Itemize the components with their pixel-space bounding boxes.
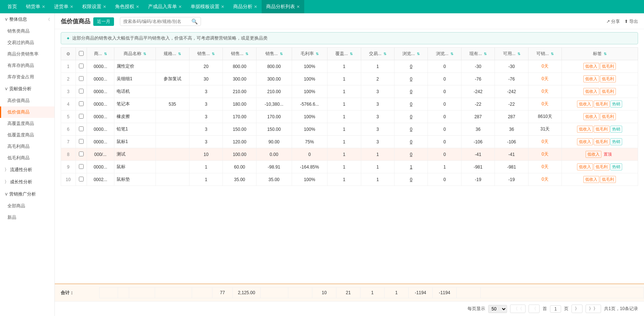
next-page-button[interactable]: 〉 [571, 305, 583, 313]
sidebar-item-low-coverage[interactable]: 低覆盖度商品 [0, 129, 54, 141]
select-all-checkbox[interactable] [79, 51, 84, 56]
sidebar-item-stock-products[interactable]: 有库存的商品 [0, 60, 54, 71]
col-sale-price[interactable]: 销售... ⇅ [223, 48, 256, 60]
sidebar-section-overall[interactable]: ∨ 整体信息 《 [0, 13, 54, 26]
table-container[interactable]: ⚙ 商... ⇅ 商品名称 ⇅ 规格... ⇅ 销售... ⇅ 销售... ⇅ … [55, 47, 644, 283]
sidebar-section-marketing[interactable]: ∨ 营销推广分析 [0, 188, 54, 200]
nav-item-product-analysis-list[interactable]: 商品分析列表 ✕ [262, 0, 304, 13]
col-code[interactable]: 商... ⇅ [87, 48, 114, 60]
row-checkbox[interactable] [79, 101, 84, 106]
row-view2: 0 [428, 123, 461, 136]
row-checkbox[interactable] [79, 177, 84, 181]
row-checkbox-cell[interactable] [76, 148, 87, 161]
row-checkbox[interactable] [79, 76, 84, 81]
col-coverage[interactable]: 覆盖... ⇅ [328, 48, 361, 60]
nav-item-permissions[interactable]: 权限设置 ✕ [78, 0, 111, 13]
row-checkbox[interactable] [79, 114, 84, 119]
close-icon[interactable]: ✕ [178, 4, 182, 9]
row-spec [155, 85, 189, 98]
sidebar-item-traded-products[interactable]: 交易过的商品 [0, 37, 54, 48]
row-days: 0天 [528, 73, 561, 85]
col-tags[interactable]: 标签 ⇅ [562, 48, 638, 60]
row-code: 0000... [87, 123, 114, 136]
row-checkbox-cell[interactable] [76, 60, 87, 73]
row-checkbox[interactable] [79, 89, 84, 94]
search-input[interactable] [123, 19, 190, 24]
col-view2[interactable]: 浏览... ⇅ [428, 48, 461, 60]
close-icon[interactable]: ✕ [42, 4, 45, 9]
tag-badge: 低毛利 [594, 163, 610, 170]
col-transaction[interactable]: 交易... ⇅ [361, 48, 394, 60]
row-available: -981 [495, 161, 528, 173]
row-checkbox[interactable] [79, 126, 84, 131]
col-margin[interactable]: 毛利率 ⇅ [292, 48, 328, 60]
nav-item-purchase[interactable]: 进货单 ✕ [50, 0, 78, 13]
sidebar-item-low-margin[interactable]: 低毛利商品 [0, 152, 54, 164]
sidebar-item-all-products[interactable]: 全部商品 [0, 200, 54, 212]
prev-page-button[interactable]: 〈 [529, 305, 540, 313]
row-number: 1 [61, 60, 76, 73]
sidebar-item-category-sales-rate[interactable]: 商品分类销售率 [0, 48, 54, 60]
row-checkbox-cell[interactable] [76, 123, 87, 136]
sidebar-section-contribution[interactable]: ∨ 贡献值分析 [0, 83, 54, 95]
row-transaction: 3 [361, 111, 394, 123]
col-view1[interactable]: 浏览... ⇅ [395, 48, 428, 60]
close-icon[interactable]: ✕ [136, 4, 139, 9]
nav-item-product-analysis[interactable]: 商品分析 ✕ [229, 0, 262, 13]
nav-item-sales[interactable]: 销货单 ✕ [21, 0, 50, 13]
row-sale-qty: 10 [189, 148, 223, 161]
col-spec[interactable]: 规格... ⇅ [155, 48, 189, 60]
row-checkbox[interactable] [79, 164, 84, 169]
col-current[interactable]: 现有... ⇅ [461, 48, 494, 60]
col-name[interactable]: 商品名称 ⇅ [114, 48, 155, 60]
filter-button[interactable]: 近一月 [93, 17, 114, 26]
row-days: 0天 [528, 161, 561, 173]
col-sale-amount[interactable]: 销售... ⇅ [256, 48, 292, 60]
close-icon[interactable]: ✕ [221, 4, 224, 9]
close-icon[interactable]: ✕ [70, 4, 73, 9]
row-checkbox[interactable] [79, 152, 84, 156]
export-button[interactable]: ⬆ 导出 [624, 18, 638, 25]
row-view2: 0 [428, 148, 461, 161]
row-checkbox-cell[interactable] [76, 111, 87, 123]
sidebar-item-low-value[interactable]: 低价值商品 [0, 106, 54, 118]
row-code: 000/... [87, 148, 114, 161]
sidebar-item-high-coverage[interactable]: 高覆盖度商品 [0, 118, 54, 129]
nav-item-home[interactable]: 首页 [3, 0, 21, 13]
row-current: -30 [461, 60, 494, 73]
row-checkbox-cell[interactable] [76, 136, 87, 148]
row-checkbox-cell[interactable] [76, 73, 87, 85]
col-settings[interactable]: ⚙ [61, 48, 76, 60]
close-icon[interactable]: ✕ [254, 4, 257, 9]
share-button[interactable]: ↗ 分享 [606, 18, 620, 25]
last-page-button[interactable]: 〉〉 [586, 305, 601, 313]
sidebar-item-new-products[interactable]: 新品 [0, 212, 54, 223]
row-name: 属性定价 [114, 60, 155, 73]
col-checkbox[interactable] [76, 48, 87, 60]
nav-item-template-settings[interactable]: 单据模板设置 ✕ [186, 0, 229, 13]
sidebar-item-inventory-capital[interactable]: 库存资金占用 [0, 71, 54, 83]
sidebar-item-high-value[interactable]: 高价值商品 [0, 95, 54, 106]
row-checkbox-cell[interactable] [76, 85, 87, 98]
nav-item-role-auth[interactable]: 角色授权 ✕ [111, 0, 144, 13]
row-checkbox-cell[interactable] [76, 173, 87, 186]
nav-item-product-stock[interactable]: 产成品入库单 ✕ [144, 0, 186, 13]
sidebar-section-circulation[interactable]: 〉 流通性分析 [0, 164, 54, 176]
row-sale-price: 60.00 [223, 161, 256, 173]
content-header: 低价值商品 近一月 🔍 ↗ 分享 ⬆ 导出 [55, 13, 644, 29]
row-checkbox[interactable] [79, 139, 84, 144]
per-page-select[interactable]: 50 20 100 [488, 305, 507, 313]
sidebar-item-high-margin[interactable]: 高毛利商品 [0, 141, 54, 152]
row-checkbox-cell[interactable] [76, 98, 87, 111]
col-available[interactable]: 可用... ⇅ [495, 48, 528, 60]
first-page-button[interactable]: 〈〈 [510, 305, 526, 313]
col-sellable[interactable]: 可销... ⇅ [528, 48, 561, 60]
sidebar-section-growth[interactable]: 〉 成长性分析 [0, 176, 54, 188]
row-checkbox-cell[interactable] [76, 161, 87, 173]
sidebar-item-sales-products[interactable]: 销售类商品 [0, 26, 54, 37]
close-icon[interactable]: ✕ [103, 4, 106, 9]
row-sale-qty: 3 [189, 85, 223, 98]
row-checkbox[interactable] [79, 64, 84, 68]
col-sale-qty[interactable]: 销售... ⇅ [189, 48, 223, 60]
close-icon[interactable]: ✕ [296, 4, 300, 9]
